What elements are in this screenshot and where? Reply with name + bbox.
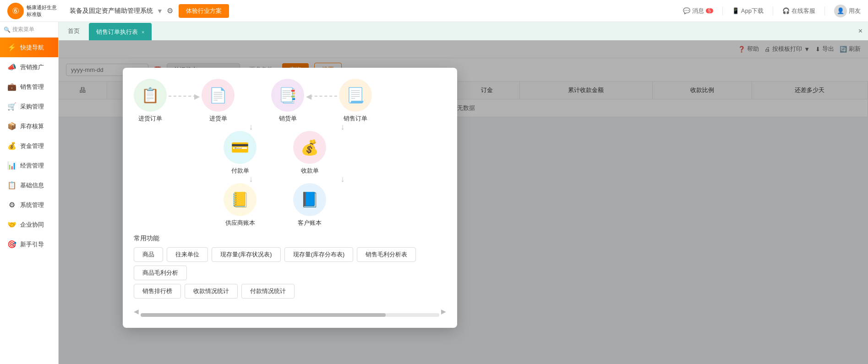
func-btn-sales-rank[interactable]: 销售排行榜 bbox=[134, 284, 181, 299]
enterprise-label: 企业协同 bbox=[20, 221, 44, 229]
scroll-right-btn[interactable]: ▶ bbox=[441, 308, 446, 315]
func-btn-goods[interactable]: 商品 bbox=[134, 247, 163, 262]
supplier-circle[interactable]: 📒 bbox=[224, 183, 257, 216]
payment-icon: 💳 bbox=[231, 139, 249, 156]
close-all-btn[interactable]: × bbox=[858, 27, 863, 35]
down-arrow-sales: ↓ bbox=[315, 123, 370, 131]
system-icon: ⚙ bbox=[7, 201, 16, 209]
sales-icon: 💼 bbox=[7, 82, 16, 91]
sidebar-search[interactable]: 🔍 搜索菜单 bbox=[0, 22, 58, 38]
payment-circle[interactable]: 💳 bbox=[224, 131, 257, 164]
message-btn[interactable]: 💬 消息 5 bbox=[683, 7, 713, 15]
func-btn-receipt-stat[interactable]: 收款情况统计 bbox=[185, 284, 238, 299]
service-label: 在线客服 bbox=[792, 7, 815, 15]
modal-overlay[interactable]: 📋 进货订单 ▶ bbox=[59, 40, 868, 364]
func-btn-stock-status[interactable]: 现存量(库存状况表) bbox=[212, 247, 281, 262]
down-arrow-receipt: ↓ bbox=[315, 175, 370, 183]
sidebar-item-guide[interactable]: 🎯 新手引导 bbox=[0, 234, 58, 254]
tab-close-icon[interactable]: × bbox=[142, 29, 144, 35]
app-wrapper: ⑥ 畅康通好生意 标准版 装备及固定资产辅助管理系统 ▼ ⚙ 体验行业方案 💬 … bbox=[0, 0, 868, 364]
func-btn-payment-stat[interactable]: 付款情况统计 bbox=[241, 284, 295, 299]
sidebar: 🔍 搜索菜单 ⚡ 快捷导航 📣 营销推广 💼 销售管理 🛒 bbox=[0, 22, 59, 364]
sidebar-item-operations[interactable]: 📊 经营管理 bbox=[0, 156, 58, 175]
purchase-bill-circle[interactable]: 📄 bbox=[202, 79, 235, 112]
app-download-btn[interactable]: 📱 App下载 bbox=[732, 7, 764, 15]
finance-icon: 💰 bbox=[7, 141, 16, 150]
purchase-bill-label: 进货单 bbox=[209, 114, 227, 123]
app-label: App下载 bbox=[741, 7, 764, 15]
experience-btn[interactable]: 体验行业方案 bbox=[179, 4, 229, 18]
func-btn-stock-dist[interactable]: 现存量(库存分布表) bbox=[284, 247, 354, 262]
system-title-text: 装备及固定资产辅助管理系统 bbox=[70, 7, 153, 15]
inventory-label: 库存核算 bbox=[20, 122, 44, 130]
user-label: 用友 bbox=[849, 7, 861, 15]
basic-info-icon: 📋 bbox=[7, 181, 16, 190]
flow-row-4: ↓ ↓ bbox=[134, 175, 446, 183]
content-area: 首页 销售订单执行表 × × ❓ 帮助 🖨 bbox=[59, 22, 868, 364]
purchase-label: 采购管理 bbox=[20, 103, 44, 111]
settings-icon[interactable]: ⚙ bbox=[167, 6, 173, 15]
sales-bill-circle[interactable]: 📑 bbox=[271, 79, 304, 112]
quick-nav-label: 快捷导航 bbox=[20, 43, 44, 52]
sidebar-item-enterprise[interactable]: 🤝 企业协同 bbox=[0, 215, 58, 234]
receipt-label: 收款单 bbox=[301, 167, 319, 175]
modal-scrollbar-thumb[interactable] bbox=[141, 313, 386, 317]
receipt-circle[interactable]: 💰 bbox=[293, 131, 326, 164]
inventory-icon: 📦 bbox=[7, 122, 16, 130]
user-area[interactable]: 👤 用友 bbox=[834, 5, 861, 17]
down-icon-purchase: ↓ bbox=[249, 123, 253, 131]
tab-sales-order[interactable]: 销售订单执行表 × bbox=[89, 23, 152, 41]
purchase-icon: 🛒 bbox=[7, 102, 16, 111]
down-icon-payment: ↓ bbox=[249, 175, 253, 183]
divider3 bbox=[824, 6, 825, 16]
system-label: 系统管理 bbox=[20, 201, 44, 209]
down-arrow-purchase: ↓ bbox=[224, 123, 278, 131]
app-icon: 📱 bbox=[732, 7, 739, 14]
customer-circle[interactable]: 📘 bbox=[293, 183, 326, 216]
dropdown-icon[interactable]: ▼ bbox=[157, 7, 163, 15]
sidebar-item-quick-nav[interactable]: ⚡ 快捷导航 bbox=[0, 38, 58, 57]
sidebar-item-basic-info[interactable]: 📋 基础信息 bbox=[0, 175, 58, 195]
marketing-icon: 📣 bbox=[7, 63, 16, 71]
func-btn-partners[interactable]: 往来单位 bbox=[167, 247, 208, 262]
flow-node-payment: 💳 付款单 bbox=[224, 131, 257, 175]
func-btns-row1: 商品 往来单位 现存量(库存状况表) 现存量(库存分布表) 销售毛利分析表 商品… bbox=[134, 247, 446, 280]
message-label: 消息 bbox=[692, 7, 704, 15]
sidebar-item-system[interactable]: ⚙ 系统管理 bbox=[0, 195, 58, 215]
sales-order-icon: 📃 bbox=[346, 87, 365, 104]
tab-bar-right: × bbox=[858, 27, 868, 35]
logo-area: ⑥ 畅康通好生意 标准版 bbox=[7, 3, 66, 19]
sales-order-circle[interactable]: 📃 bbox=[339, 79, 372, 112]
search-label: 搜索菜单 bbox=[12, 26, 34, 33]
down-arrow-payment: ↓ bbox=[224, 175, 278, 183]
scroll-area: ◀ ▶ bbox=[134, 306, 446, 317]
operations-label: 经营管理 bbox=[20, 162, 44, 170]
user-avatar: 👤 bbox=[834, 5, 847, 17]
modal-scrollbar bbox=[141, 313, 439, 317]
sidebar-item-sales[interactable]: 💼 销售管理 bbox=[0, 77, 58, 97]
sidebar-search-inner[interactable]: 🔍 搜索菜单 bbox=[4, 26, 55, 33]
message-icon: 💬 bbox=[683, 7, 690, 14]
scroll-left-btn[interactable]: ◀ bbox=[134, 308, 139, 315]
service-btn[interactable]: 🎧 在线客服 bbox=[782, 7, 815, 15]
sidebar-item-inventory[interactable]: 📦 库存核算 bbox=[0, 116, 58, 136]
logo-line2: 标准版 bbox=[27, 11, 57, 17]
tab-home[interactable]: 首页 bbox=[59, 22, 89, 40]
sidebar-item-purchase[interactable]: 🛒 采购管理 bbox=[0, 97, 58, 116]
purchase-order-circle[interactable]: 📋 bbox=[134, 79, 167, 112]
purchase-order-icon: 📋 bbox=[141, 87, 159, 104]
top-bar: ⑥ 畅康通好生意 标准版 装备及固定资产辅助管理系统 ▼ ⚙ 体验行业方案 💬 … bbox=[0, 0, 868, 22]
system-title-area: 装备及固定资产辅助管理系统 ▼ ⚙ bbox=[70, 6, 173, 15]
func-btn-goods-profit[interactable]: 商品毛利分析 bbox=[134, 266, 187, 280]
flow-diagram: 📋 进货订单 ▶ bbox=[134, 79, 446, 227]
payment-label: 付款单 bbox=[231, 167, 249, 175]
sales-bill-icon: 📑 bbox=[278, 87, 297, 104]
flow-node-customer: 📘 客户账本 bbox=[293, 183, 326, 227]
flow-row-5: 📒 供应商账本 📘 客户账本 bbox=[134, 183, 446, 227]
sidebar-item-marketing[interactable]: 📣 营销推广 bbox=[0, 57, 58, 77]
sidebar-item-finance[interactable]: 💰 资金管理 bbox=[0, 136, 58, 156]
func-btn-sales-profit[interactable]: 销售毛利分析表 bbox=[357, 247, 416, 262]
sales-bill-label: 销货单 bbox=[279, 114, 297, 123]
quick-nav-icon: ⚡ bbox=[7, 43, 16, 52]
tab-bar: 首页 销售订单执行表 × × bbox=[59, 22, 868, 40]
